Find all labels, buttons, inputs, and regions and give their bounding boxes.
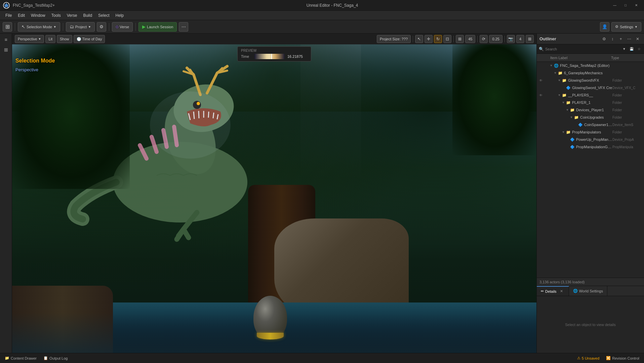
preview-label: PREVIEW: [241, 49, 308, 52]
cursor-icon: ↖: [22, 24, 25, 29]
tree-item[interactable]: ▼📁PLAYER_1Folder: [537, 99, 644, 106]
grid-size-label: 45: [465, 35, 475, 43]
sidebar-icon-1[interactable]: ⊞: [1, 45, 11, 54]
layout-button[interactable]: ⊞: [3, 22, 12, 32]
tool-icon-button[interactable]: ⚙: [97, 22, 106, 32]
tree-item[interactable]: 👁▼📁GlowingSwordVFXFolder: [537, 77, 644, 84]
grid-snapping-button[interactable]: ⊞: [456, 35, 464, 43]
translate-tool-button[interactable]: ✛: [425, 35, 433, 43]
time-bar[interactable]: [254, 54, 285, 59]
verse-button[interactable]: ◇ Verse: [112, 22, 133, 32]
device-icon: 🔷: [570, 137, 575, 142]
scale-tool-button[interactable]: ⊡: [443, 35, 451, 43]
world-settings-tab[interactable]: 🌐 World Settings: [569, 286, 607, 296]
details-tab[interactable]: ✏ Details ✕: [537, 286, 569, 296]
toolbar-divider-3: [109, 23, 109, 31]
show-button[interactable]: Show: [57, 35, 72, 43]
outliner-add-button[interactable]: +: [617, 35, 625, 43]
col-item-label: Item Label: [550, 56, 611, 60]
menu-tools[interactable]: Tools: [49, 12, 64, 19]
tree-item[interactable]: 🔷PropManipulationGamPropManipula: [537, 143, 644, 151]
tree-item-type: Folder: [612, 79, 643, 82]
details-close-button[interactable]: ✕: [559, 288, 565, 294]
minimize-button[interactable]: —: [610, 2, 620, 9]
unsaved-button[interactable]: ⚠ 5 Unsaved: [575, 355, 602, 361]
viewport-options-button[interactable]: ⊞: [526, 35, 534, 43]
eye-col: [538, 122, 544, 127]
search-star-button[interactable]: ☆: [636, 46, 642, 52]
tree-item[interactable]: 👁▼📁__PLAYERS__Folder: [537, 91, 644, 99]
eye-col: [538, 100, 544, 105]
clock-icon: 🕐: [77, 37, 81, 41]
pencil-icon: ✏: [541, 289, 544, 293]
menu-build[interactable]: Build: [80, 12, 95, 19]
perspective-button[interactable]: Perspective ▼: [15, 35, 44, 43]
settings-button[interactable]: ⚙ Settings ▼: [611, 22, 641, 32]
outliner-filter-button[interactable]: ⚙: [600, 35, 608, 43]
tree-item[interactable]: 🔷GlowingSword_VFX CreDevice_VFX_C: [537, 84, 644, 91]
tree-item[interactable]: ▼📁Devices_Player1Folder: [537, 106, 644, 114]
eye-col2: [544, 115, 549, 120]
time-of-day-button[interactable]: 🕐 Time of Day: [74, 35, 105, 43]
search-input[interactable]: [545, 47, 620, 51]
expand-icon[interactable]: ▼: [553, 71, 558, 75]
output-log-label: Output Log: [49, 356, 68, 360]
expand-icon[interactable]: ▼: [561, 100, 566, 105]
tree-item-label: 6_GameplayMechanics: [564, 71, 612, 75]
project-button[interactable]: 🗂 Project ▼: [66, 22, 95, 32]
camera-speed-button[interactable]: 📷: [507, 35, 515, 43]
eye-col[interactable]: 👁: [538, 78, 544, 83]
expand-icon[interactable]: ▼: [557, 93, 562, 97]
eye-col2: [544, 63, 549, 68]
expand-icon[interactable]: ▼: [561, 130, 566, 134]
maximize-button[interactable]: □: [620, 2, 631, 9]
tree-item[interactable]: ▼📁CoinUpgradesFolder: [537, 114, 644, 121]
time-indicator: [271, 54, 272, 59]
outliner-sort-button[interactable]: ↕: [609, 35, 616, 43]
output-log-button[interactable]: 📋 Output Log: [41, 355, 70, 361]
menu-edit[interactable]: Edit: [15, 12, 28, 19]
content-drawer-button[interactable]: 📁 Content Drawer: [3, 355, 39, 361]
expand-icon[interactable]: ▼: [569, 115, 574, 120]
outliner-tree[interactable]: ▼🌐FNC_Saga_TestMap2 (Editor)▼📁6_Gameplay…: [537, 62, 644, 278]
tree-item[interactable]: ▼📁PropManipulatorsFolder: [537, 128, 644, 136]
tree-item[interactable]: 🔷PowerUp_PropManipulaDevice_PropA: [537, 136, 644, 143]
menu-verse[interactable]: Verse: [64, 12, 80, 19]
viewport[interactable]: Perspective ▼ Lit Show 🕐 Time of Day Pro…: [12, 34, 536, 353]
folder-icon: 📁: [566, 100, 571, 105]
expand-icon[interactable]: ▼: [549, 63, 554, 68]
viewport-scene: Selection Mode Perspective: [12, 44, 536, 353]
content-drawer-icon: 📁: [5, 356, 9, 360]
close-button[interactable]: ✕: [631, 2, 641, 9]
menu-file[interactable]: File: [3, 12, 14, 19]
revision-icon: 🔀: [606, 356, 611, 360]
more-options-button[interactable]: ⋯: [179, 22, 188, 32]
tree-item[interactable]: ▼📁6_GameplayMechanics: [537, 69, 644, 77]
selection-mode-button[interactable]: ↖ Selection Mode ▼: [18, 22, 60, 32]
rotate-tool-button[interactable]: ↻: [434, 35, 442, 43]
sidebar-expand-icon[interactable]: ≡: [1, 35, 11, 44]
perspective-label: Perspective: [18, 37, 37, 41]
menu-select[interactable]: Select: [95, 12, 112, 19]
eye-col[interactable]: 👁: [538, 92, 544, 98]
search-options-button[interactable]: ▼: [621, 46, 627, 52]
select-tool-button[interactable]: ↖: [415, 35, 423, 43]
device-icon: 🔷: [566, 85, 571, 90]
revision-control-button[interactable]: 🔀 Revision Control: [604, 355, 641, 361]
time-value: 16.21875: [287, 54, 308, 58]
launch-session-button[interactable]: ▶ Launch Session: [138, 22, 177, 32]
toolbar-divider-4: [135, 23, 136, 31]
output-log-icon: 📋: [43, 356, 48, 360]
menu-help[interactable]: Help: [113, 12, 126, 19]
expand-icon[interactable]: ▼: [565, 108, 570, 112]
rotation-snap-button[interactable]: ⟳: [480, 35, 488, 43]
user-button[interactable]: 👤: [600, 22, 609, 32]
tree-item[interactable]: 🔷CoinSpawner1PlaDevice_ItemS: [537, 121, 644, 128]
menu-window[interactable]: Window: [28, 12, 48, 19]
lit-button[interactable]: Lit: [45, 35, 55, 43]
outliner-view-options-button[interactable]: ⋯: [626, 35, 633, 43]
outliner-close-button[interactable]: ✕: [634, 35, 641, 43]
expand-icon[interactable]: ▼: [557, 78, 562, 83]
search-save-button[interactable]: 💾: [629, 46, 635, 52]
tree-item[interactable]: ▼🌐FNC_Saga_TestMap2 (Editor): [537, 62, 644, 69]
